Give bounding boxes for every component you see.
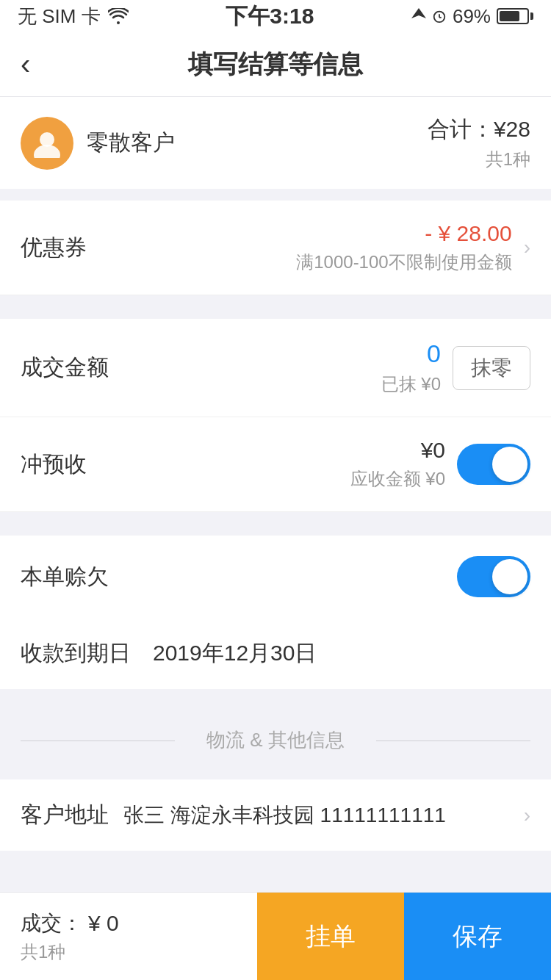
- page-title: 填写结算等信息: [188, 48, 363, 82]
- customer-row: 零散客户 合计：¥28 共1种: [0, 97, 551, 189]
- prepayment-row: 冲预收 ¥0 应收金额 ¥0: [0, 417, 551, 512]
- no-sim-label: 无 SIM 卡: [18, 4, 101, 29]
- total-amount: 合计：¥28: [428, 115, 530, 145]
- save-button[interactable]: 保存: [404, 893, 551, 981]
- content-area: 零散客户 合计：¥28 共1种 优惠券 - ¥ 28.00 满1000-100不…: [0, 97, 551, 951]
- wifi-icon: [108, 8, 129, 24]
- divider-3: [0, 701, 551, 713]
- bottom-info: 成交： ¥ 0 共1种: [0, 909, 257, 964]
- debit-right: [457, 556, 530, 597]
- debit-row: 本单赊欠: [0, 536, 551, 618]
- debit-toggle[interactable]: [457, 556, 530, 597]
- divider-1: [0, 307, 551, 319]
- prepayment-toggle[interactable]: [457, 444, 530, 485]
- deal-amount-right: 0 已抹 ¥0 抹零: [381, 339, 530, 396]
- coupon-right: - ¥ 28.00 满1000-100不限制使用金额 ›: [296, 221, 530, 274]
- due-date-label: 收款到期日: [21, 638, 131, 669]
- deal-amount-label: 成交金额: [21, 353, 109, 383]
- divider-2: [0, 524, 551, 536]
- divider-4: [0, 768, 551, 779]
- prepayment-subtext: 应收金额 ¥0: [350, 467, 445, 491]
- address-label: 客户地址: [21, 800, 109, 830]
- bottom-count: 共1种: [21, 940, 237, 964]
- coupon-discount-value: - ¥ 28.00: [296, 221, 511, 246]
- coupon-section: 优惠券 - ¥ 28.00 满1000-100不限制使用金额 ›: [0, 201, 551, 295]
- nav-bar: ‹ 填写结算等信息: [0, 32, 551, 97]
- customer-left: 零散客户: [21, 117, 175, 170]
- deal-amount-block: 0 已抹 ¥0: [381, 339, 441, 396]
- battery-icon: [497, 8, 533, 24]
- deal-section: 成交金额 0 已抹 ¥0 抹零 冲预收 ¥0 应收金额 ¥0: [0, 319, 551, 512]
- divider-5: [0, 851, 551, 862]
- coupon-subtext: 满1000-100不限制使用金额: [296, 251, 511, 274]
- bottom-bar: 成交： ¥ 0 共1种 挂单 保存: [0, 892, 551, 980]
- bottom-deal-label: 成交：: [21, 909, 82, 937]
- due-date-value: 2019年12月30日: [153, 638, 317, 669]
- prepayment-right: ¥0 应收金额 ¥0: [350, 438, 530, 491]
- debit-section: 本单赊欠 收款到期日 2019年12月30日: [0, 536, 551, 689]
- bottom-deal-amount: ¥ 0: [88, 911, 119, 936]
- status-right: 69%: [411, 5, 533, 28]
- deal-amount-subtext: 已抹 ¥0: [381, 372, 441, 396]
- total-count: 共1种: [428, 148, 530, 171]
- address-chevron-icon: ›: [524, 804, 530, 827]
- coupon-label: 优惠券: [21, 233, 87, 263]
- coupon-row[interactable]: 优惠券 - ¥ 28.00 满1000-100不限制使用金额 ›: [0, 201, 551, 295]
- status-left: 无 SIM 卡: [18, 4, 129, 29]
- back-button[interactable]: ‹: [21, 48, 30, 81]
- prepayment-label: 冲预收: [21, 450, 87, 480]
- customer-avatar: [21, 117, 73, 170]
- location-icon: [411, 8, 426, 24]
- prepayment-value: ¥0: [350, 438, 445, 463]
- battery-percent: 69%: [453, 5, 491, 28]
- logistics-section-label: 物流 & 其他信息: [0, 713, 551, 768]
- debit-label: 本单赊欠: [21, 562, 109, 592]
- due-date-row: 收款到期日 2019年12月30日: [0, 618, 551, 689]
- hang-order-button[interactable]: 挂单: [257, 893, 404, 981]
- deal-amount-row: 成交金额 0 已抹 ¥0 抹零: [0, 319, 551, 417]
- status-bar: 无 SIM 卡 下午3:18 69%: [0, 0, 551, 32]
- alarm-icon: [432, 8, 447, 24]
- round-zero-button[interactable]: 抹零: [453, 346, 530, 390]
- address-value: 张三 海淀永丰科技园 11111111111: [123, 801, 524, 829]
- prepayment-toggle-knob: [492, 447, 527, 482]
- coupon-value-block: - ¥ 28.00 满1000-100不限制使用金额: [296, 221, 511, 274]
- customer-name: 零散客户: [87, 128, 175, 158]
- coupon-chevron-icon: ›: [524, 236, 530, 259]
- status-time: 下午3:18: [226, 1, 314, 32]
- prepayment-value-block: ¥0 应收金额 ¥0: [350, 438, 445, 491]
- bottom-deal: 成交： ¥ 0: [21, 909, 237, 937]
- debit-toggle-knob: [492, 559, 527, 594]
- deal-amount-value: 0: [381, 339, 441, 368]
- svg-marker-0: [411, 8, 426, 18]
- address-row[interactable]: 客户地址 张三 海淀永丰科技园 11111111111 ›: [0, 779, 551, 851]
- svg-point-5: [34, 145, 60, 158]
- customer-total: 合计：¥28 共1种: [428, 115, 530, 171]
- logistics-label-text: 物流 & 其他信息: [206, 729, 345, 751]
